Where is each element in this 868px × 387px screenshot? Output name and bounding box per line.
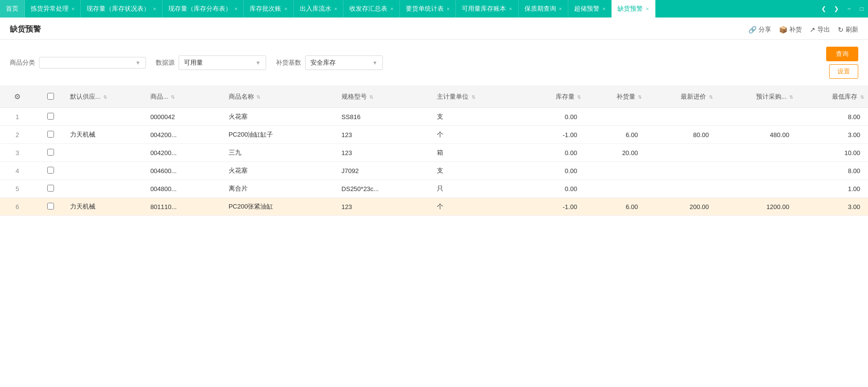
row-checkbox[interactable] — [47, 185, 54, 192]
tab-exception[interactable]: 拣货异常处理 × — [25, 0, 81, 18]
replenish-base-select-arrow: ▼ — [372, 60, 378, 66]
th-name[interactable]: 商品名称 ⇅ — [225, 86, 338, 108]
th-stock[interactable]: 库存量 ⇅ — [515, 86, 585, 108]
tab-batch-account[interactable]: 库存批次账 × — [244, 0, 293, 18]
cell-unit: 支 — [433, 108, 515, 126]
stock-sort-icon: ⇅ — [577, 94, 581, 100]
th-code[interactable]: 商品... ⇅ — [146, 86, 225, 108]
category-select[interactable]: ▼ — [39, 57, 146, 69]
tab-inout-flow[interactable]: 出入库流水 × — [294, 0, 344, 18]
export-button[interactable]: ↗ 导出 — [810, 25, 830, 34]
th-purchase[interactable]: 预计采购... ⇅ — [717, 86, 797, 108]
cell-check[interactable] — [35, 198, 66, 216]
cell-check[interactable] — [35, 180, 66, 198]
tab-order-stats-close[interactable]: × — [447, 6, 450, 12]
cell-price — [646, 162, 717, 180]
category-filter-group: 商品分类 ▼ — [10, 57, 146, 69]
datasource-select[interactable]: 可用量 ▼ — [179, 55, 266, 70]
column-settings-icon[interactable]: ⚙ — [12, 91, 23, 103]
tab-home[interactable]: 首页 — [0, 0, 25, 18]
cell-code: 004800... — [146, 180, 225, 198]
cell-price — [646, 180, 717, 198]
cell-stock: 0.00 — [515, 108, 585, 126]
tab-expiry-close[interactable]: × — [559, 6, 562, 12]
row-checkbox[interactable] — [47, 113, 54, 120]
share-button[interactable]: 🔗 分享 — [748, 25, 771, 34]
spec-sort-icon: ⇅ — [369, 94, 373, 100]
cell-index: 4 — [0, 162, 35, 180]
tab-overstock[interactable]: 超储预警 × — [568, 0, 612, 18]
tab-receipt-summary-close[interactable]: × — [390, 6, 393, 12]
header-actions: 🔗 分享 📦 补货 ↗ 导出 ↻ 刷新 — [748, 25, 858, 34]
cell-supplier — [66, 144, 146, 162]
cell-index: 1 — [0, 108, 35, 126]
tab-available-ledger[interactable]: 可用量库存账本 × — [456, 0, 518, 18]
th-price[interactable]: 最新进价 ⇅ — [646, 86, 717, 108]
replenish-base-select-value: 安全库存 — [310, 58, 336, 67]
tab-inout-flow-close[interactable]: × — [334, 6, 337, 12]
tab-next-btn[interactable]: ❯ — [830, 0, 843, 18]
tab-overstock-close[interactable]: × — [602, 6, 605, 12]
table-row: 2 力天机械 004200... PC200油缸缸子 123 个 -1.00 6… — [0, 126, 868, 144]
filter-row: 商品分类 ▼ 数据源 可用量 ▼ 补货基数 安全库存 ▼ 查询 设置 — [0, 40, 868, 86]
tab-prev-btn[interactable]: ❮ — [817, 0, 830, 18]
th-unit[interactable]: 主计量单位 ⇅ — [433, 86, 515, 108]
cell-stock: -1.00 — [515, 126, 585, 144]
table-row: 1 0000042 火花塞 SS816 支 0.00 8.00 — [0, 108, 868, 126]
replenish-base-select[interactable]: 安全库存 ▼ — [305, 55, 383, 70]
cell-check[interactable] — [35, 126, 66, 144]
replenish-button[interactable]: 📦 补货 — [779, 25, 802, 34]
tab-order-stats[interactable]: 要货单统计表 × — [400, 0, 456, 18]
select-all-checkbox[interactable] — [47, 93, 54, 100]
cell-min-stock: 8.00 — [797, 162, 868, 180]
cell-check[interactable] — [35, 162, 66, 180]
cell-unit: 个 — [433, 198, 515, 216]
cell-replenish — [585, 108, 646, 126]
cell-code: 004200... — [146, 144, 225, 162]
th-supplier[interactable]: 默认供应... ⇅ — [66, 86, 146, 108]
tab-stock-status[interactable]: 现存量（库存状况表） × — [81, 0, 162, 18]
cell-price — [646, 144, 717, 162]
cell-min-stock: 8.00 — [797, 108, 868, 126]
query-button[interactable]: 查询 — [826, 47, 858, 61]
tab-batch-account-close[interactable]: × — [284, 6, 287, 12]
cell-name: PC200张紧油缸 — [225, 198, 338, 216]
row-checkbox[interactable] — [47, 131, 54, 138]
page-title: 缺货预警 — [10, 24, 41, 35]
table-row: 6 力天机械 801110... PC200张紧油缸 123 个 -1.00 6… — [0, 198, 868, 216]
settings-button[interactable]: 设置 — [829, 64, 858, 79]
tab-shortage[interactable]: 缺货预警 × — [612, 0, 655, 18]
refresh-button[interactable]: ↻ 刷新 — [838, 25, 858, 34]
row-checkbox[interactable] — [47, 149, 54, 156]
tab-exception-close[interactable]: × — [72, 6, 74, 12]
name-sort-icon: ⇅ — [256, 94, 260, 100]
th-replenish[interactable]: 补货量 ⇅ — [585, 86, 646, 108]
cell-unit: 个 — [433, 126, 515, 144]
row-checkbox[interactable] — [47, 167, 54, 174]
cell-name: 三九 — [225, 144, 338, 162]
tab-stock-dist-close[interactable]: × — [235, 6, 237, 12]
cell-spec: 123 — [338, 126, 433, 144]
tab-stock-status-close[interactable]: × — [153, 6, 156, 12]
th-spec[interactable]: 规格型号 ⇅ — [338, 86, 433, 108]
tab-shortage-close[interactable]: × — [646, 6, 649, 12]
cell-price — [646, 108, 717, 126]
share-icon: 🔗 — [748, 26, 757, 34]
tab-maximize-btn[interactable]: □ — [855, 0, 868, 18]
cell-index: 2 — [0, 126, 35, 144]
tab-stock-dist[interactable]: 现存量（库存分布表） × — [163, 0, 244, 18]
tab-bar: 首页 拣货异常处理 × 现存量（库存状况表） × 现存量（库存分布表） × 库存… — [0, 0, 868, 18]
cell-index: 3 — [0, 144, 35, 162]
tab-receipt-summary[interactable]: 收发存汇总表 × — [344, 0, 399, 18]
cell-check[interactable] — [35, 108, 66, 126]
tab-minimize-btn[interactable]: − — [843, 0, 855, 18]
row-checkbox[interactable] — [47, 203, 54, 210]
cell-min-stock: 1.00 — [797, 180, 868, 198]
table-header-row: ⚙ 默认供应... ⇅ 商品... ⇅ 商品名称 ⇅ — [0, 86, 868, 108]
tab-available-ledger-close[interactable]: × — [509, 6, 512, 12]
tab-expiry[interactable]: 保质期查询 × — [519, 0, 568, 18]
cell-check[interactable] — [35, 144, 66, 162]
table-row: 5 004800... 离合片 DS250*23c... 只 0.00 1.00 — [0, 180, 868, 198]
cell-spec: J7092 — [338, 162, 433, 180]
th-min-stock[interactable]: 最低库存 ⇅ — [797, 86, 868, 108]
